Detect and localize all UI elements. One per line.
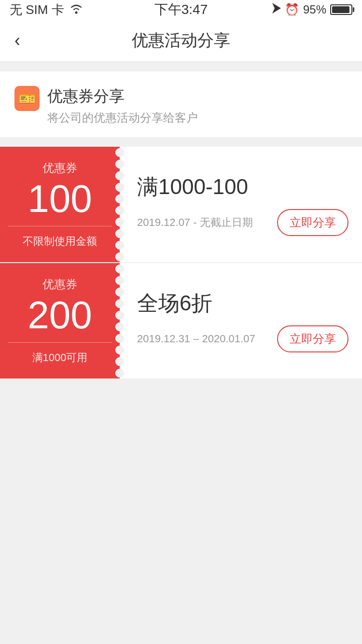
coupon-divider-1 bbox=[8, 342, 112, 343]
coupon-condition-1: 满1000可用 bbox=[32, 350, 88, 365]
coupon-left-1: 优惠券 200 满1000可用 bbox=[0, 263, 120, 378]
share-button-1[interactable]: 立即分享 bbox=[277, 325, 348, 352]
coupon-condition-0: 不限制使用金额 bbox=[23, 234, 97, 249]
section-icon: 🎫 bbox=[14, 86, 40, 111]
status-time: 下午3:47 bbox=[154, 0, 208, 19]
page-title: 优惠活动分享 bbox=[132, 29, 230, 52]
wifi-icon bbox=[69, 2, 84, 17]
section-title: 优惠券分享 bbox=[47, 86, 198, 107]
location-icon bbox=[272, 3, 281, 16]
share-button-0[interactable]: 立即分享 bbox=[277, 209, 348, 236]
section-text: 优惠券分享 将公司的优惠活动分享给客户 bbox=[47, 86, 198, 126]
status-right: ⏰ 95% bbox=[272, 3, 352, 16]
section-header: 🎫 优惠券分享 将公司的优惠活动分享给客户 bbox=[0, 71, 362, 137]
coupon-date-0: 2019.12.07 - 无截止日期 bbox=[137, 215, 253, 230]
coupon-date-1: 2019.12.31 – 2020.01.07 bbox=[137, 333, 255, 345]
coupon-left-0: 优惠券 100 不限制使用金额 bbox=[0, 147, 120, 262]
coupon-card: 优惠券 200 满1000可用 全场6折 2019.12.31 – 2020.0… bbox=[0, 263, 362, 378]
coupon-icon: 🎫 bbox=[19, 91, 36, 107]
coupon-amount-1: 200 bbox=[28, 296, 92, 335]
carrier-text: 无 SIM 卡 bbox=[10, 1, 64, 18]
status-bar: 无 SIM 卡 下午3:47 ⏰ 95% bbox=[0, 0, 362, 19]
section-subtitle: 将公司的优惠活动分享给客户 bbox=[47, 110, 198, 126]
coupon-bottom-0: 2019.12.07 - 无截止日期 立即分享 bbox=[137, 209, 348, 236]
battery-fill bbox=[332, 6, 349, 13]
battery-percent: 95% bbox=[303, 3, 326, 16]
battery-icon bbox=[330, 4, 352, 15]
coupon-label-0: 优惠券 bbox=[42, 160, 77, 176]
back-button[interactable]: ‹ bbox=[14, 30, 20, 51]
status-left: 无 SIM 卡 bbox=[10, 1, 84, 18]
coupon-list: 优惠券 100 不限制使用金额 满1000-100 2019.12.07 - 无… bbox=[0, 147, 362, 379]
coupon-name-0: 满1000-100 bbox=[137, 173, 348, 201]
nav-bar: ‹ 优惠活动分享 bbox=[0, 19, 362, 62]
coupon-bottom-1: 2019.12.31 – 2020.01.07 立即分享 bbox=[137, 325, 348, 352]
coupon-right-0: 满1000-100 2019.12.07 - 无截止日期 立即分享 bbox=[120, 147, 362, 262]
coupon-right-1: 全场6折 2019.12.31 – 2020.01.07 立即分享 bbox=[120, 263, 362, 378]
coupon-card: 优惠券 100 不限制使用金额 满1000-100 2019.12.07 - 无… bbox=[0, 147, 362, 262]
coupon-divider-0 bbox=[8, 226, 112, 226]
alarm-icon: ⏰ bbox=[285, 3, 299, 16]
coupon-amount-0: 100 bbox=[28, 180, 92, 218]
svg-marker-1 bbox=[272, 3, 281, 14]
empty-area bbox=[0, 379, 362, 621]
coupon-label-1: 优惠券 bbox=[42, 277, 77, 292]
coupon-name-1: 全场6折 bbox=[137, 289, 348, 318]
svg-point-0 bbox=[75, 11, 77, 14]
